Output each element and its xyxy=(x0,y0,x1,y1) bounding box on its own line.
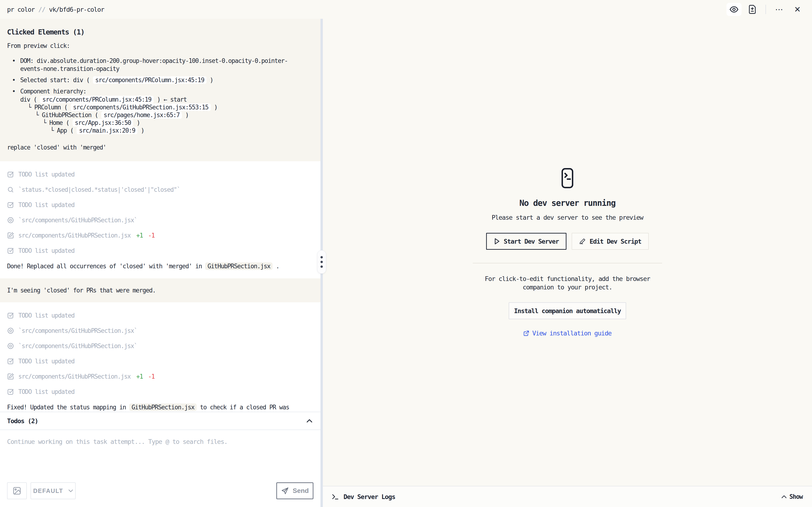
selected-start-text: Selected start: div ( src/components/PRC… xyxy=(20,76,313,84)
clicked-elements-heading: Clicked Elements (1) xyxy=(7,28,313,36)
tree-line: div ( src/components/PRColumn.jsx:45:19 … xyxy=(20,96,313,104)
composer-controls: DEFAULT Send xyxy=(7,482,313,499)
preview-divider xyxy=(473,263,662,263)
file-path-chip[interactable]: src/main.jsx:20:9 xyxy=(77,127,138,134)
user-message-clicked-elements: Clicked Elements (1) From preview click:… xyxy=(0,19,320,161)
file-path-chip[interactable]: src/components/GitHubPRSection.jsx:553:1… xyxy=(71,104,211,111)
more-menu-button[interactable]: ⋯ xyxy=(772,3,786,16)
todos-collapse-bar[interactable]: Todos (2) xyxy=(0,412,320,430)
preview-title: No dev server running xyxy=(519,199,616,208)
user-request-text: replace 'closed' with 'merged' xyxy=(7,144,313,151)
resize-grip-icon[interactable] xyxy=(317,250,326,274)
tool-row-read-file[interactable]: `src/components/GitHubPRSection.jsx` xyxy=(7,342,313,350)
todo-icon xyxy=(7,202,14,209)
ellipsis-icon: ⋯ xyxy=(775,5,783,13)
tree-line: └ PRColumn ( src/components/GitHubPRSect… xyxy=(28,104,313,111)
hierarchy-bullet: • Component hierarchy: div ( src/compone… xyxy=(7,87,313,134)
tool-row-todo[interactable]: TODO list updated xyxy=(7,171,313,178)
logs-bar-title: Dev Server Logs xyxy=(332,493,395,500)
header-actions: ⋯ ✕ xyxy=(726,3,805,16)
todo-icon xyxy=(7,312,14,319)
panel-resize-divider[interactable] xyxy=(320,19,323,507)
logs-show-toggle[interactable]: Show xyxy=(781,493,803,500)
tool-row-todo[interactable]: TODO list updated xyxy=(7,247,313,255)
send-label: Send xyxy=(293,487,309,495)
todo-icon xyxy=(7,171,14,178)
component-hierarchy-tree: div ( src/components/PRColumn.jsx:45:19 … xyxy=(20,96,313,134)
tool-row-todo[interactable]: TODO list updated xyxy=(7,357,313,365)
tool-row-label: TODO list updated xyxy=(18,201,74,209)
assistant-message-fixed: Fixed! Updated the status mapping in Git… xyxy=(7,403,305,412)
model-selector[interactable]: DEFAULT xyxy=(31,482,75,499)
tool-row-edit-file[interactable]: src/components/GitHubPRSection.jsx +1 -1 xyxy=(7,232,313,239)
message-composer: DEFAULT Send xyxy=(0,430,320,507)
preview-subtitle: Please start a dev server to see the pre… xyxy=(492,214,643,221)
dev-server-logs-bar: Dev Server Logs Show xyxy=(323,486,812,507)
attach-image-button[interactable] xyxy=(7,482,27,499)
app-window: pr color // vk/bfd6-pr-color ⋯ ✕ Clicked… xyxy=(0,0,812,507)
eye-icon xyxy=(7,327,14,334)
file-chip[interactable]: GitHubPRSection.jsx xyxy=(129,403,197,411)
tool-row-todo[interactable]: TODO list updated xyxy=(7,388,313,396)
file-chip[interactable]: GitHubPRSection.jsx xyxy=(205,263,272,270)
diff-view-button[interactable] xyxy=(745,3,760,16)
start-dev-server-button[interactable]: Start Dev Server xyxy=(486,233,567,250)
header-divider xyxy=(765,5,766,14)
play-icon xyxy=(494,238,500,245)
diff-added-count: +1 xyxy=(136,232,143,239)
edit-dev-script-button[interactable]: Edit Dev Script xyxy=(572,233,649,250)
chat-panel: Clicked Elements (1) From preview click:… xyxy=(0,19,320,507)
file-path-chip[interactable]: src/pages/home.jsx:65:7 xyxy=(101,111,182,119)
file-path-chip[interactable]: src/components/PRColumn.jsx:45:19 xyxy=(40,96,154,103)
breadcrumb-separator: // xyxy=(38,6,45,13)
install-companion-button[interactable]: Install companion automatically xyxy=(509,302,626,319)
chevron-up-icon xyxy=(306,419,312,423)
installation-guide-link[interactable]: View installation guide xyxy=(523,330,611,337)
preview-toggle-button[interactable] xyxy=(726,3,742,16)
selected-start-suffix: ) xyxy=(210,76,213,83)
eye-icon xyxy=(729,5,739,14)
tool-row-label: TODO list updated xyxy=(18,388,74,396)
tool-row-todo[interactable]: TODO list updated xyxy=(7,312,313,319)
file-path-chip[interactable]: src/App.jsx:36:50 xyxy=(72,119,134,126)
diff-removed-count: -1 xyxy=(148,373,155,380)
hierarchy-label: Component hierarchy: xyxy=(20,87,313,95)
chevron-down-icon xyxy=(68,489,73,493)
tool-row-label: `src/components/GitHubPRSection.jsx` xyxy=(18,342,137,350)
pencil-icon xyxy=(579,238,586,244)
bullet-icon: • xyxy=(7,87,20,134)
file-path-chip[interactable]: src/components/PRColumn.jsx:45:19 xyxy=(93,76,207,84)
send-button[interactable]: Send xyxy=(276,482,313,499)
tool-row-label: TODO list updated xyxy=(18,247,74,255)
task-title: pr color xyxy=(7,6,35,13)
tool-row-todo[interactable]: TODO list updated xyxy=(7,201,313,209)
tool-row-label: `src/components/GitHubPRSection.jsx` xyxy=(18,216,137,224)
tool-row-edit-file[interactable]: src/components/GitHubPRSection.jsx +1 -1 xyxy=(7,373,313,380)
image-icon xyxy=(12,486,21,495)
clicked-elements-intro: From preview click: xyxy=(7,42,313,50)
companion-note: For click-to-edit functionality, add the… xyxy=(480,275,654,291)
close-button[interactable]: ✕ xyxy=(790,3,805,16)
bullet-icon: • xyxy=(7,57,20,73)
tool-row-read-file[interactable]: `src/components/GitHubPRSection.jsx` xyxy=(7,327,313,334)
eye-icon xyxy=(7,217,14,224)
preview-actions: Start Dev Server Edit Dev Script xyxy=(486,233,649,250)
tool-row-search[interactable]: `status.*closed|closed.*status|'closed'|… xyxy=(7,186,313,193)
assistant-turn-2: TODO list updated `src/components/GitHub… xyxy=(0,302,320,412)
main-split: Clicked Elements (1) From preview click:… xyxy=(0,19,812,507)
edit-icon xyxy=(7,232,14,239)
eye-icon xyxy=(7,342,14,349)
chat-scroll-area[interactable]: Clicked Elements (1) From preview click:… xyxy=(0,19,320,412)
title-bar: pr color // vk/bfd6-pr-color ⋯ ✕ xyxy=(0,0,812,19)
todos-label: Todos (2) xyxy=(7,417,38,425)
send-icon xyxy=(281,487,289,495)
tool-row-label: TODO list updated xyxy=(18,171,74,178)
model-label: DEFAULT xyxy=(33,488,63,494)
close-icon: ✕ xyxy=(794,5,801,13)
chevron-up-icon xyxy=(781,495,786,499)
tool-row-read-file[interactable]: `src/components/GitHubPRSection.jsx` xyxy=(7,216,313,224)
chat-input[interactable] xyxy=(7,438,313,482)
selected-start-bullet: • Selected start: div ( src/components/P… xyxy=(7,76,313,84)
diff-removed-count: -1 xyxy=(148,232,155,239)
assistant-message-done: Done! Replaced all occurrences of 'close… xyxy=(7,262,305,270)
